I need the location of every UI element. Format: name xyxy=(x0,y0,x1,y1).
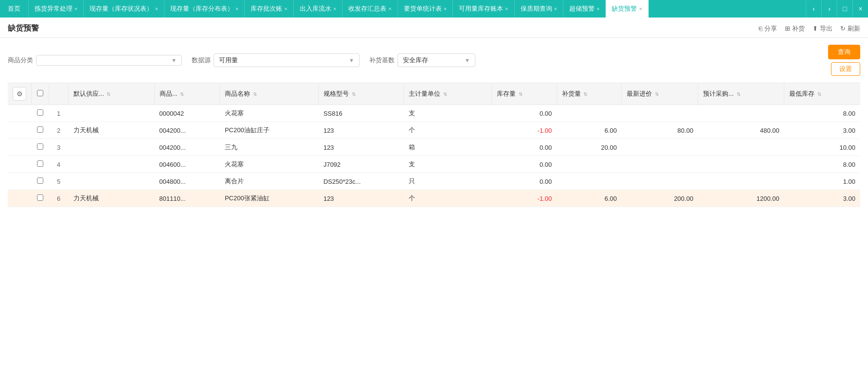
row-spec-cell: SS816 xyxy=(319,105,404,122)
nav-tab-tab4[interactable]: 库存批次账× xyxy=(245,0,293,18)
row-replenish-cell: 6.00 xyxy=(557,190,622,207)
row-code-cell: 004200... xyxy=(154,139,220,156)
export-icon: ⬆ xyxy=(813,25,818,32)
row-code-cell: 0000042 xyxy=(154,105,220,122)
refresh-button[interactable]: ↻ 刷新 xyxy=(840,24,860,33)
table-container: ⚙ 默认供应... ⇅ 商品... ⇅ 商品名称 xyxy=(0,83,868,207)
settings-button[interactable]: 设置 xyxy=(831,62,860,76)
share-button[interactable]: ⎗ 分享 xyxy=(759,24,777,33)
header-actions: ⎗ 分享 ⊞ 补货 ⬆ 导出 ↻ 刷新 xyxy=(759,24,860,33)
nav-tab-tab6[interactable]: 收发存汇总表× xyxy=(343,0,398,18)
datasource-arrow-icon: ▼ xyxy=(349,57,354,63)
row-checkbox-2[interactable] xyxy=(37,143,43,150)
tab-close-tab7[interactable]: × xyxy=(444,6,447,12)
nav-home[interactable]: 首页 xyxy=(0,0,29,18)
page-title: 缺货预警 xyxy=(8,23,39,34)
tab-close-tab6[interactable]: × xyxy=(388,6,391,12)
home-label: 首页 xyxy=(8,4,20,13)
tab-close-tab3[interactable]: × xyxy=(235,6,238,12)
row-checkbox-4[interactable] xyxy=(37,177,43,184)
row-price-cell: 80.00 xyxy=(622,122,698,139)
row-name-cell: 火花塞 xyxy=(220,156,319,173)
row-minstock-cell: 10.00 xyxy=(784,139,860,156)
row-settings-cell xyxy=(8,173,32,190)
col-minstock-header[interactable]: 最低库存 ⇅ xyxy=(784,83,860,105)
col-unit-header[interactable]: 主计量单位 ⇅ xyxy=(404,83,492,105)
nav-tab-tab9[interactable]: 保质期查询× xyxy=(515,0,563,18)
row-checkbox-1[interactable] xyxy=(37,126,43,133)
row-minstock-cell: 8.00 xyxy=(784,156,860,173)
tab-close-tab11[interactable]: × xyxy=(639,6,642,12)
tab-close-tab10[interactable]: × xyxy=(597,6,599,12)
row-replenish-cell: 6.00 xyxy=(557,122,622,139)
table-row: 1 0000042 火花塞 SS816 支 0.00 8.00 xyxy=(8,105,860,122)
datasource-select[interactable]: 可用量 ▼ xyxy=(214,53,360,67)
tab-close-tab8[interactable]: × xyxy=(505,6,508,12)
col-stock-header[interactable]: 库存量 ⇅ xyxy=(492,83,557,105)
col-code-header[interactable]: 商品... ⇅ xyxy=(154,83,220,105)
query-button[interactable]: 查询 xyxy=(828,45,860,59)
tab-close-tab1[interactable]: × xyxy=(74,6,77,12)
row-stock-cell: -1.00 xyxy=(492,122,557,139)
row-settings-cell xyxy=(8,105,32,122)
table-row: 5 004800... 离合片 DS250*23c... 只 0.00 1.00 xyxy=(8,173,860,190)
select-all-checkbox[interactable] xyxy=(37,90,43,96)
export-button[interactable]: ⬆ 导出 xyxy=(813,24,832,33)
tab-close-tab4[interactable]: × xyxy=(284,6,287,12)
nav-tab-tab2[interactable]: 现存量（库存状况表）× xyxy=(84,0,164,18)
row-checkbox-cell[interactable] xyxy=(32,122,49,139)
row-checkbox-0[interactable] xyxy=(37,109,43,116)
col-settings-header[interactable]: ⚙ xyxy=(8,83,32,105)
col-forecast-header[interactable]: 预计采购... ⇅ xyxy=(698,83,784,105)
datasource-label: 数据源 xyxy=(192,56,211,65)
row-unit-cell: 只 xyxy=(404,173,492,190)
nav-tab-tab10[interactable]: 超储预警× xyxy=(563,0,606,18)
datasource-value: 可用量 xyxy=(219,56,238,65)
row-minstock-cell: 1.00 xyxy=(784,173,860,190)
row-stock-cell: 0.00 xyxy=(492,105,557,122)
row-code-cell: 004800... xyxy=(154,173,220,190)
col-spec-header[interactable]: 规格型号 ⇅ xyxy=(319,83,404,105)
gear-button[interactable]: ⚙ xyxy=(13,87,26,101)
nav-tab-tab3[interactable]: 现存量（库存分布表）× xyxy=(164,0,245,18)
replenish-button[interactable]: ⊞ 补货 xyxy=(785,24,805,33)
row-num-cell: 5 xyxy=(49,173,69,190)
row-checkbox-cell[interactable] xyxy=(32,156,49,173)
restore-btn[interactable]: □ xyxy=(837,0,852,18)
tab-close-tab9[interactable]: × xyxy=(554,6,557,12)
row-unit-cell: 个 xyxy=(404,122,492,139)
col-replenish-header[interactable]: 补货量 ⇅ xyxy=(557,83,622,105)
category-select[interactable]: ▼ xyxy=(36,55,182,66)
close-btn[interactable]: × xyxy=(852,0,868,18)
price-sort-icon: ⇅ xyxy=(655,91,659,97)
row-unit-cell: 支 xyxy=(404,105,492,122)
col-price-header[interactable]: 最新进价 ⇅ xyxy=(622,83,698,105)
row-price-cell xyxy=(622,139,698,156)
row-spec-cell: 123 xyxy=(319,122,404,139)
row-supplier-cell xyxy=(69,139,155,156)
row-checkbox-3[interactable] xyxy=(37,160,43,167)
col-supplier-header[interactable]: 默认供应... ⇅ xyxy=(69,83,155,105)
replenish-label: 补货基数 xyxy=(369,56,395,65)
nav-tab-tab5[interactable]: 出入库流水× xyxy=(294,0,343,18)
row-checkbox-cell[interactable] xyxy=(32,173,49,190)
row-checkbox-cell[interactable] xyxy=(32,190,49,207)
tab-close-tab2[interactable]: × xyxy=(155,6,158,12)
col-checkbox-header[interactable] xyxy=(32,83,49,105)
row-checkbox-cell[interactable] xyxy=(32,105,49,122)
row-minstock-cell: 8.00 xyxy=(784,105,860,122)
tab-close-tab5[interactable]: × xyxy=(333,6,336,12)
nav-tab-tab8[interactable]: 可用量库存账本× xyxy=(453,0,514,18)
row-checkbox-5[interactable] xyxy=(37,194,43,201)
nav-tab-tab11[interactable]: 缺货预警× xyxy=(606,0,648,18)
nav-tab-tab1[interactable]: 拣货异常处理× xyxy=(29,0,84,18)
replenish-select[interactable]: 安全库存 ▼ xyxy=(398,53,475,67)
datasource-filter: 数据源 可用量 ▼ xyxy=(192,53,360,67)
next-tab-btn[interactable]: › xyxy=(821,0,837,18)
row-supplier-cell xyxy=(69,105,155,122)
nav-tab-tab7[interactable]: 要货单统计表× xyxy=(398,0,453,18)
row-unit-cell: 个 xyxy=(404,190,492,207)
prev-tab-btn[interactable]: ‹ xyxy=(806,0,821,18)
col-name-header[interactable]: 商品名称 ⇅ xyxy=(220,83,319,105)
row-checkbox-cell[interactable] xyxy=(32,139,49,156)
